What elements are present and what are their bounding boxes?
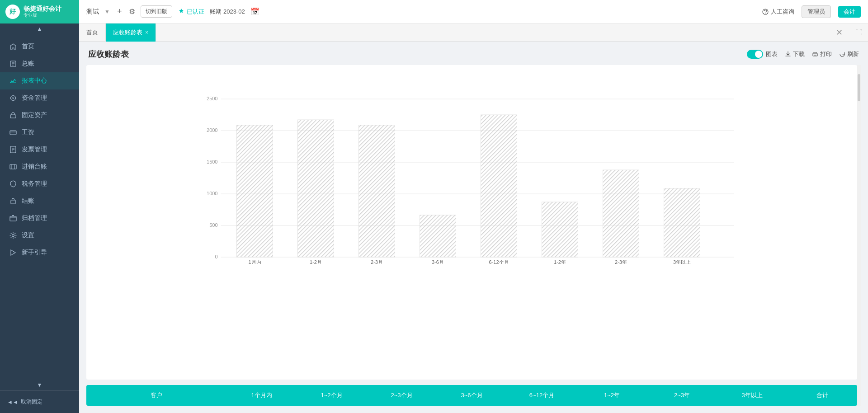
report-icon (9, 77, 17, 85)
svg-marker-22 (11, 250, 15, 255)
sidebar-item-salary[interactable]: 工资 (0, 124, 79, 141)
table-container: 客户 1个月内 1~2个月 2~3个月 3~6个月 6~12个月 1~2年 2~… (86, 385, 857, 406)
main-area: 测试 ▼ + ⚙ 切到旧版 已认证 账期 2023-02 📅 人工咨询 管理员 … (79, 0, 868, 413)
sidebar-item-report[interactable]: 报表中心 (0, 72, 79, 89)
asset-icon (9, 111, 17, 119)
svg-point-24 (765, 13, 766, 14)
page-header: 应收账龄表 图表 下载 打印 刷新 (86, 49, 861, 60)
tab-close-button[interactable]: × (145, 29, 148, 36)
bar-2-3month (359, 125, 395, 257)
project-dropdown[interactable]: ▼ (104, 9, 110, 15)
cancel-fixed-button[interactable]: ◄◄ 取消固定 (0, 394, 79, 409)
svg-text:2-3月: 2-3月 (371, 259, 383, 264)
service-button[interactable]: 人工咨询 (762, 8, 794, 16)
svg-rect-17 (11, 200, 15, 204)
scrollbar-thumb[interactable] (858, 74, 860, 101)
expand-button[interactable]: ⛶ (850, 28, 868, 37)
col-1-2year: 1~2年 (577, 385, 647, 406)
tab-aging[interactable]: 应收账龄表 × (106, 23, 156, 42)
switch-version-button[interactable]: 切到旧版 (141, 5, 172, 18)
sidebar-item-guide[interactable]: 新手引导 (0, 244, 79, 261)
svg-text:2000: 2000 (207, 127, 217, 133)
vertical-scrollbar[interactable] (857, 65, 861, 406)
svg-rect-7 (10, 115, 16, 118)
svg-rect-8 (10, 131, 16, 135)
project-name: 测试 (86, 8, 99, 16)
calendar-icon[interactable]: 📅 (250, 7, 259, 16)
svg-text:0: 0 (215, 254, 217, 259)
svg-text:2-3年: 2-3年 (615, 259, 627, 264)
sidebar-item-fund[interactable]: ¥ 资金管理 (0, 89, 79, 107)
sidebar-nav: 首页 总账 报表中心 ¥ 资金管理 固定资产 (0, 34, 79, 380)
gear-icon (9, 231, 17, 239)
tab-home[interactable]: 首页 (79, 23, 106, 42)
logo-text: 畅捷通好会计 专业版 (24, 5, 61, 19)
sidebar-item-asset[interactable]: 固定资产 (0, 107, 79, 124)
page-title: 应收账龄表 (88, 49, 129, 60)
sidebar-scroll-up[interactable]: ▲ (0, 23, 79, 34)
content-scroll-area: 0 500 1000 1500 2000 2500 (86, 65, 861, 406)
guide-icon (9, 249, 17, 257)
salary-icon (9, 128, 17, 136)
svg-rect-25 (813, 53, 817, 56)
svg-text:1-2年: 1-2年 (554, 259, 566, 264)
col-2-3year: 2~3年 (647, 385, 717, 406)
col-3-6month: 3~6个月 (437, 385, 507, 406)
sidebar-bottom: ◄◄ 取消固定 (0, 390, 79, 413)
svg-text:¥: ¥ (12, 97, 14, 100)
close-panel-button[interactable]: ✕ (829, 28, 850, 38)
sidebar-item-settings[interactable]: 设置 (0, 227, 79, 244)
content-area: 应收账龄表 图表 下载 打印 刷新 (79, 42, 868, 413)
svg-text:1500: 1500 (207, 159, 217, 164)
col-1month: 1个月内 (226, 385, 297, 406)
svg-text:1月内: 1月内 (248, 259, 261, 264)
svg-text:3-6月: 3-6月 (432, 259, 444, 264)
col-2-3month: 2~3个月 (367, 385, 437, 406)
fund-icon: ¥ (9, 94, 17, 102)
sidebar-item-home[interactable]: 首页 (0, 38, 79, 55)
settings-icon[interactable]: ⚙ (129, 7, 135, 16)
sidebar-item-tax[interactable]: 税务管理 (0, 175, 79, 192)
sidebar-item-purchase[interactable]: 进销台账 (0, 158, 79, 175)
chart-toggle[interactable] (747, 50, 763, 59)
add-button[interactable]: + (115, 7, 124, 16)
bar-1-2month (298, 120, 334, 257)
col-1-2month: 1~2个月 (297, 385, 367, 406)
svg-text:1000: 1000 (207, 191, 217, 196)
role-button[interactable]: 会计 (838, 6, 861, 18)
sidebar: 好 畅捷通好会计 专业版 ▲ 首页 总账 报表中心 (0, 0, 79, 413)
bar-3-6month (420, 215, 456, 257)
logo-icon: 好 (5, 5, 20, 19)
chart-container: 0 500 1000 1500 2000 2500 (86, 65, 857, 380)
bar-3plus-year (664, 188, 700, 257)
refresh-button[interactable]: 刷新 (839, 50, 859, 58)
svg-text:2500: 2500 (207, 96, 217, 101)
tabs-bar: 首页 应收账龄表 × ✕ ⛶ (79, 23, 868, 42)
svg-text:6-12个月: 6-12个月 (489, 259, 509, 264)
bar-1month (237, 125, 273, 257)
sidebar-item-invoice[interactable]: 发票管理 (0, 141, 79, 158)
main-scroll-area[interactable]: 0 500 1000 1500 2000 2500 (86, 65, 857, 406)
sidebar-item-close[interactable]: 结账 (0, 192, 79, 210)
svg-rect-14 (10, 164, 16, 169)
bar-1-2year (542, 202, 578, 257)
svg-text:500: 500 (209, 222, 217, 228)
invoice-icon (9, 145, 17, 154)
bar-2-3year (603, 170, 639, 257)
download-button[interactable]: 下载 (785, 50, 805, 58)
bar-6-12month (481, 115, 517, 257)
bar-chart: 0 500 1000 1500 2000 2500 (95, 74, 848, 264)
chart-toggle-wrapper: 图表 (747, 50, 778, 59)
close-account-icon (9, 197, 17, 205)
sidebar-item-ledger[interactable]: 总账 (0, 55, 79, 72)
svg-rect-18 (10, 216, 16, 221)
user-button[interactable]: 管理员 (802, 5, 831, 18)
print-button[interactable]: 打印 (812, 50, 832, 58)
header-right: 人工咨询 管理员 会计 (762, 5, 861, 18)
svg-text:1-2月: 1-2月 (310, 259, 322, 264)
svg-text:3年以上: 3年以上 (673, 259, 691, 264)
sidebar-item-archive[interactable]: 归档管理 (0, 210, 79, 227)
sidebar-scroll-down[interactable]: ▼ (0, 380, 79, 390)
ledger-icon (9, 60, 17, 68)
period-label: 账期 2023-02 (210, 8, 245, 16)
